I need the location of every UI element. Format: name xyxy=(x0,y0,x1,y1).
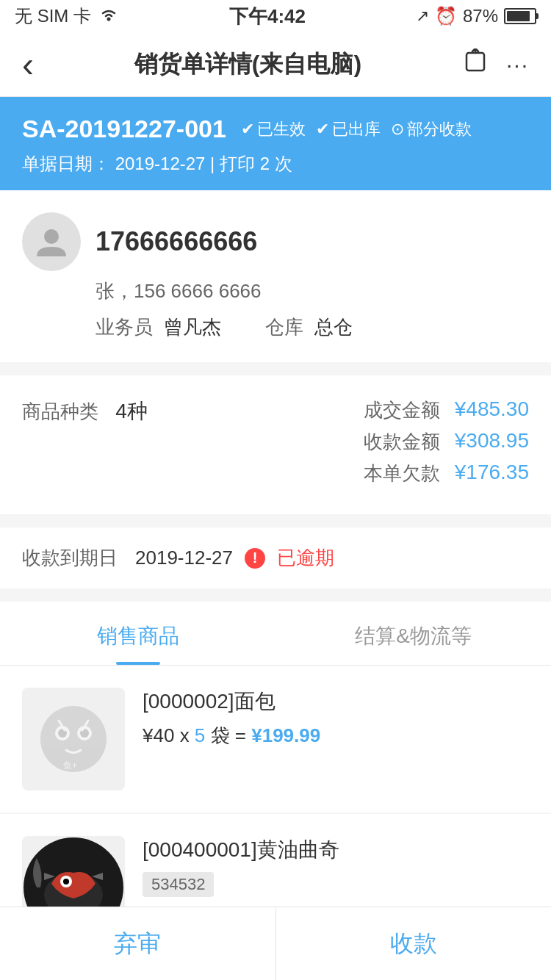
location-icon: ↗ xyxy=(416,7,429,26)
status-badges: ✔ 已生效 ✔ 已出库 ⊙ 部分收款 xyxy=(241,118,472,140)
product-sku-2: 534532 xyxy=(143,872,214,897)
separator-2 xyxy=(0,516,551,527)
clock-icon: ⊙ xyxy=(391,120,404,139)
status-time: 下午4:42 xyxy=(229,4,306,29)
tab-settlement[interactable]: 结算&物流等 xyxy=(276,602,551,665)
tab-products[interactable]: 销售商品 xyxy=(0,602,276,665)
svg-text:鱼+: 鱼+ xyxy=(63,760,77,771)
status-badge-partial: ⊙ 部分收款 xyxy=(391,118,472,140)
product-price-1: ¥40 x 5 袋 = ¥199.99 xyxy=(143,723,529,749)
more-icon[interactable]: ··· xyxy=(506,52,529,77)
product-name-2: [000400001]黄油曲奇 xyxy=(143,836,529,864)
summary-section: 商品种类 4种 成交金额 ¥485.30 收款金额 ¥308.95 本单欠款 ¥… xyxy=(0,375,551,514)
customer-name: 17666666666 xyxy=(96,226,257,257)
order-id: SA-20191227-001 xyxy=(22,115,226,143)
order-date-info: 单据日期： 2019-12-27 | 打印 2 次 xyxy=(22,152,529,176)
separator-3 xyxy=(0,590,551,602)
sales-person: 业务员 曾凡杰 xyxy=(96,314,221,340)
overdue-section: 收款到期日 2019-12-27 ! 已逾期 xyxy=(0,527,551,588)
tabs-section: 销售商品 结算&物流等 xyxy=(0,602,551,666)
svg-point-12 xyxy=(63,879,69,884)
nav-bar: ‹ 销货单详情(来自电脑) ··· xyxy=(0,32,551,97)
collect-payment-button[interactable]: 收款 xyxy=(276,907,552,980)
banner-top: SA-20191227-001 ✔ 已生效 ✔ 已出库 ⊙ 部分收款 xyxy=(22,115,529,143)
nav-actions: ··· xyxy=(462,48,529,80)
product-card-1: 鱼+ [0000002]面包 ¥40 x 5 袋 = ¥199.99 xyxy=(0,666,551,813)
product-placeholder-1: 鱼+ xyxy=(22,688,125,790)
page-title: 销货单详情(来自电脑) xyxy=(134,48,361,81)
share-icon[interactable] xyxy=(462,48,489,80)
product-name-1: [0000002]面包 xyxy=(143,688,529,716)
separator-1 xyxy=(0,364,551,375)
status-left: 无 SIM 卡 xyxy=(15,4,119,28)
order-header: SA-20191227-001 ✔ 已生效 ✔ 已出库 ⊙ 部分收款 单据日期：… xyxy=(0,97,551,190)
customer-row: 17666666666 xyxy=(22,212,529,271)
customer-contact: 张，156 6666 6666 xyxy=(22,278,529,304)
product-details-1: [0000002]面包 ¥40 x 5 袋 = ¥199.99 xyxy=(143,688,529,749)
battery-icon xyxy=(504,8,536,24)
customer-meta: 业务员 曾凡杰 仓库 总仓 xyxy=(22,314,529,340)
wifi-icon xyxy=(98,6,119,26)
overdue-warning-icon: ! xyxy=(245,548,265,569)
customer-section: 17666666666 张，156 6666 6666 业务员 曾凡杰 仓库 总… xyxy=(0,190,551,362)
battery-percent: 87% xyxy=(463,6,498,26)
warehouse: 仓库 总仓 xyxy=(265,314,353,340)
check-icon-2: ✔ xyxy=(316,120,329,139)
back-button[interactable]: ‹ xyxy=(22,44,34,84)
summary-row: 商品种类 4种 成交金额 ¥485.30 收款金额 ¥308.95 本单欠款 ¥… xyxy=(22,397,529,492)
svg-rect-1 xyxy=(467,53,484,71)
product-image-1: 鱼+ xyxy=(22,688,125,790)
carrier-text: 无 SIM 卡 xyxy=(15,4,91,28)
cancel-review-button[interactable]: 弃审 xyxy=(0,907,276,980)
amount-info: 成交金额 ¥485.30 收款金额 ¥308.95 本单欠款 ¥176.35 xyxy=(364,397,529,492)
alarm-icon: ⏰ xyxy=(435,6,457,26)
svg-point-0 xyxy=(107,18,111,21)
avatar xyxy=(22,212,81,271)
deal-amount-row: 成交金额 ¥485.30 xyxy=(364,397,529,423)
collected-amount-row: 收款金额 ¥308.95 xyxy=(364,429,529,455)
status-badge-effective: ✔ 已生效 xyxy=(241,118,306,140)
status-bar: 无 SIM 卡 下午4:42 ↗ ⏰ 87% xyxy=(0,0,551,32)
svg-point-2 xyxy=(44,229,59,244)
status-badge-shipped: ✔ 已出库 xyxy=(316,118,381,140)
product-type-info: 商品种类 4种 xyxy=(22,397,148,425)
status-right: ↗ ⏰ 87% xyxy=(416,6,536,26)
debt-amount-row: 本单欠款 ¥176.35 xyxy=(364,461,529,486)
check-icon-1: ✔ xyxy=(241,120,254,139)
bottom-bar: 弃审 收款 xyxy=(0,907,551,980)
